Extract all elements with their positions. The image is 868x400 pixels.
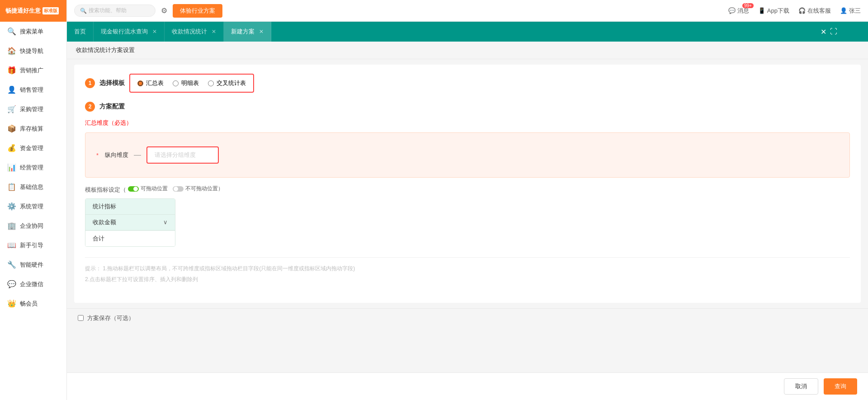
sidebar-item-label: 基础信息 xyxy=(20,183,43,191)
step2-header: 2 方案配置 xyxy=(85,102,850,112)
tip-line2: 2.点击标题栏下拉可设置排序、插入列和删除列 xyxy=(85,274,850,285)
radio-summary-label: 汇总表 xyxy=(146,79,164,87)
save-checkbox[interactable] xyxy=(78,315,84,321)
sidebar-item-label: 营销推广 xyxy=(20,66,43,75)
sidebar-item-guide[interactable]: 📖新手引导 xyxy=(0,235,66,255)
main-area: 🔍 搜索功能、帮助 ⚙ 体验行业方案 💬 消息 99+ 📱 App下载 🎧 在线… xyxy=(67,0,868,400)
notification-badge: 99+ xyxy=(742,3,754,8)
tabbar-controls: ✕ ⛶ xyxy=(821,22,841,42)
dimension-area: * 纵向维度 — 请选择分组维度 xyxy=(85,132,850,178)
draggable-label: 可拖动位置 xyxy=(141,185,168,193)
metrics-column-header[interactable]: 收款金额 ∨ xyxy=(85,215,175,231)
cancel-button[interactable]: 取消 xyxy=(784,378,818,395)
sidebar-item-purchase[interactable]: 🛒采购管理 xyxy=(0,99,66,119)
step2-number: 2 xyxy=(85,102,95,112)
sidebar-item-label: 搜索菜单 xyxy=(20,28,43,36)
nondraggable-hint: 不可拖动位置） xyxy=(173,185,223,193)
dimension-selector[interactable]: 请选择分组维度 xyxy=(146,146,219,164)
search-icon: 🔍 xyxy=(80,8,87,14)
sidebar-item-enterprise[interactable]: 🏢企业协同 xyxy=(0,216,66,235)
logo-badge: 标准版 xyxy=(42,7,59,14)
sidebar-item-search-menu[interactable]: 🔍搜索菜单 xyxy=(0,22,66,41)
tab-receipt-stat[interactable]: 收款情况统计✕ xyxy=(165,22,224,42)
sales-icon: 👤 xyxy=(7,85,16,94)
step1-number: 1 xyxy=(85,78,95,88)
metrics-label: 模板指标设定（ 可拖动位置 不可拖动位置） xyxy=(85,185,850,194)
sidebar-item-label: 库存核算 xyxy=(20,125,43,133)
radio-summary[interactable]: 汇总表 xyxy=(137,79,164,87)
purchase-icon: 🛒 xyxy=(7,105,16,113)
tab-close-icon[interactable]: ✕ xyxy=(259,28,264,35)
radio-cross-label: 交叉统计表 xyxy=(217,79,246,87)
app-download-button[interactable]: 📱 App下载 xyxy=(758,7,789,15)
step1-label: 选择模板 xyxy=(99,79,125,87)
tab-new-plan[interactable]: 新建方案✕ xyxy=(224,22,271,42)
sidebar-item-quick-nav[interactable]: 🏠快捷导航 xyxy=(0,41,66,61)
column-label: 收款金额 xyxy=(93,218,116,226)
step2-section: 2 方案配置 汇总维度（必选） * 纵向维度 — 请选择分组维度 xyxy=(85,102,850,285)
radio-detail-label: 明细表 xyxy=(181,79,199,87)
sidebar-item-label: 企业微信 xyxy=(20,280,43,288)
radio-cross-input[interactable] xyxy=(208,80,214,86)
tab-home[interactable]: 首页 xyxy=(67,22,94,42)
sidebar-item-label: 资金管理 xyxy=(20,144,43,152)
template-radio-group: 汇总表 明细表 交叉统计表 xyxy=(137,79,246,87)
column-dropdown-icon[interactable]: ∨ xyxy=(163,219,168,226)
tab-close-icon[interactable]: ✕ xyxy=(152,28,157,35)
sidebar-item-operations[interactable]: 📊经营管理 xyxy=(0,158,66,177)
tab-bank-flow[interactable]: 现金银行流水查询✕ xyxy=(94,22,165,42)
nondraggable-label: 不可拖动位置） xyxy=(185,185,223,193)
sidebar-item-label: 销售管理 xyxy=(20,86,43,94)
guide-icon: 📖 xyxy=(7,241,16,249)
sidebar-item-marketing[interactable]: 🎁营销推广 xyxy=(0,61,66,80)
sidebar-item-member[interactable]: 👑畅会员 xyxy=(0,294,66,313)
vertical-dim-label: 纵向维度 xyxy=(105,151,128,159)
sidebar-item-label: 智能硬件 xyxy=(20,261,43,269)
sidebar-item-label: 企业协同 xyxy=(20,222,43,230)
sidebar-item-hardware[interactable]: 🔧智能硬件 xyxy=(0,255,66,274)
tip-line1: 提示： 1.拖动标题栏可以调整布局，不可跨维度或指标区域拖动栏目字段(只能在同一… xyxy=(85,263,850,274)
system-icon: ⚙️ xyxy=(7,202,16,211)
sidebar-item-finance[interactable]: 💰资金管理 xyxy=(0,138,66,158)
content-area: 收款情况统计方案设置 1 选择模板 汇总表 xyxy=(67,42,868,372)
close-window-icon[interactable]: ✕ xyxy=(821,28,826,36)
sidebar-item-system[interactable]: ⚙️系统管理 xyxy=(0,197,66,216)
dimension-row: * 纵向维度 — 请选择分组维度 xyxy=(96,146,219,164)
sidebar-item-basic-info[interactable]: 📋基础信息 xyxy=(0,177,66,197)
sidebar-item-wechat[interactable]: 💬企业微信 xyxy=(0,274,66,294)
search-box[interactable]: 🔍 搜索功能、帮助 xyxy=(74,5,156,17)
quick-nav-icon: 🏠 xyxy=(7,47,16,55)
page-title: 收款情况统计方案设置 xyxy=(67,42,868,59)
sidebar-item-sales[interactable]: 👤销售管理 xyxy=(0,80,66,99)
metrics-table: 统计指标 收款金额 ∨ 合计 xyxy=(85,198,175,247)
hardware-icon: 🔧 xyxy=(7,260,16,269)
tabbar: 首页现金银行流水查询✕收款情况统计✕新建方案✕ ✕ ⛶ xyxy=(67,22,868,42)
radio-cross[interactable]: 交叉统计表 xyxy=(208,79,246,87)
step1-header: 1 选择模板 汇总表 明细表 xyxy=(85,74,850,93)
query-button[interactable]: 查询 xyxy=(824,378,857,395)
total-label: 合计 xyxy=(93,235,104,242)
user-profile[interactable]: 👤 张三 xyxy=(840,7,861,15)
required-mark: * xyxy=(96,152,99,159)
gear-icon[interactable]: ⚙ xyxy=(161,6,167,15)
template-selection-box: 汇总表 明细表 交叉统计表 xyxy=(129,74,254,93)
step2-label: 方案配置 xyxy=(99,103,125,111)
trial-button[interactable]: 体验行业方案 xyxy=(173,4,222,18)
draggable-hint: 可拖动位置 xyxy=(128,185,168,193)
radio-detail[interactable]: 明细表 xyxy=(173,79,199,87)
tab-close-icon[interactable]: ✕ xyxy=(212,28,216,35)
maximize-icon[interactable]: ⛶ xyxy=(830,28,837,36)
metrics-category-header: 统计指标 xyxy=(85,199,175,215)
basic-info-icon: 📋 xyxy=(7,183,16,191)
notification-button[interactable]: 💬 消息 99+ xyxy=(728,7,749,15)
online-service-button[interactable]: 🎧 在线客服 xyxy=(798,7,831,15)
topbar: 🔍 搜索功能、帮助 ⚙ 体验行业方案 💬 消息 99+ 📱 App下载 🎧 在线… xyxy=(67,0,868,22)
radio-summary-input[interactable] xyxy=(137,80,143,86)
tab-label: 新建方案 xyxy=(231,28,255,36)
message-icon: 💬 xyxy=(728,7,736,14)
sidebar-item-inventory[interactable]: 📦库存核算 xyxy=(0,119,66,138)
radio-detail-input[interactable] xyxy=(173,80,179,86)
user-avatar: 👤 xyxy=(840,7,847,14)
headset-icon: 🎧 xyxy=(798,7,806,14)
save-label[interactable]: 方案保存（可选） xyxy=(87,314,134,322)
